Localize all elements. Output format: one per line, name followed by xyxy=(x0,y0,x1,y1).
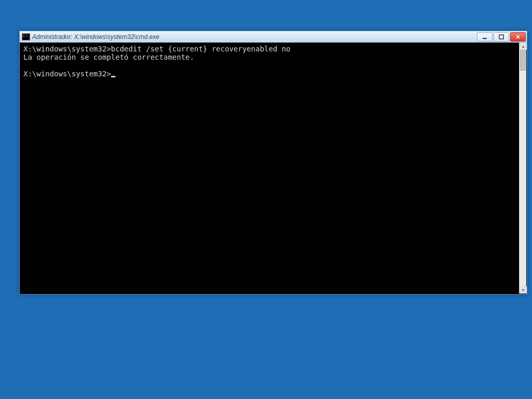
terminal-line: La operación se completó correctamente. xyxy=(23,53,516,61)
command-text: bcdedit /set {current} recoveryenabled n… xyxy=(111,45,291,53)
window-controls xyxy=(477,32,526,42)
window-title: Administrador: X:\windows\system32\cmd.e… xyxy=(32,33,159,41)
minimize-button[interactable] xyxy=(477,32,493,42)
blank-line xyxy=(23,61,516,70)
cursor-icon xyxy=(111,76,115,77)
svg-rect-0 xyxy=(483,38,487,39)
terminal-line: X:\windows\system32>bcdedit /set {curren… xyxy=(23,45,516,53)
close-button[interactable] xyxy=(510,32,526,42)
vertical-scrollbar[interactable]: ▴ ▾ xyxy=(519,43,526,294)
terminal-line: X:\windows\system32> xyxy=(23,70,516,78)
scroll-up-arrow-icon[interactable]: ▴ xyxy=(520,43,527,50)
cmd-icon xyxy=(22,33,30,41)
titlebar[interactable]: Administrador: X:\windows\system32\cmd.e… xyxy=(20,31,527,43)
prompt: X:\windows\system32> xyxy=(23,70,111,78)
maximize-button[interactable] xyxy=(494,32,509,42)
prompt: X:\windows\system32> xyxy=(23,45,111,53)
terminal-output[interactable]: X:\windows\system32>bcdedit /set {curren… xyxy=(20,43,519,294)
scroll-thumb[interactable] xyxy=(520,50,526,71)
cmd-window: Administrador: X:\windows\system32\cmd.e… xyxy=(19,31,527,295)
svg-rect-1 xyxy=(499,35,503,39)
scroll-down-arrow-icon[interactable]: ▾ xyxy=(520,286,527,294)
